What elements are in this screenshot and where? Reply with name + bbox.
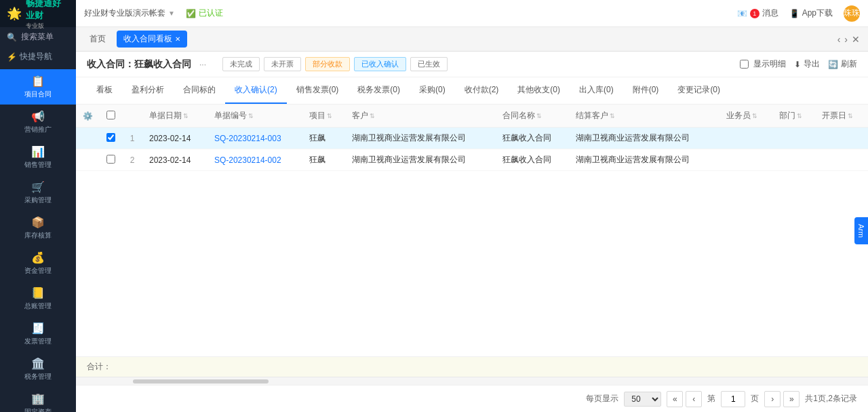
row1-select[interactable]: [106, 133, 115, 142]
th-doc-date2-label: 开票日: [822, 110, 846, 121]
row1-doc-no[interactable]: SQ-20230214-003: [208, 128, 302, 149]
th-doc-no[interactable]: 单据编号 ⇅: [208, 105, 302, 128]
row1-doc-date2: [815, 128, 868, 149]
sub-tab-outbound[interactable]: 出入库(0): [570, 77, 623, 104]
tab-close-icon[interactable]: ✕: [175, 35, 180, 43]
show-detail-checkbox[interactable]: [740, 60, 749, 69]
th-customer[interactable]: 客户 ⇅: [345, 105, 496, 128]
row2-select[interactable]: [106, 155, 115, 164]
download-icon: 📱: [789, 9, 800, 18]
table-row[interactable]: 2 2023-02-14 SQ-20230214-002 狂飙 湖南卫视商业运营…: [76, 149, 868, 171]
gear-icon[interactable]: ⚙️: [83, 111, 93, 121]
status-partial[interactable]: 部分收款: [305, 57, 350, 71]
sort-docdate2-icon: ⇅: [848, 113, 853, 119]
right-panel-btn[interactable]: Arm: [854, 217, 868, 244]
sub-tab-tax-invoice[interactable]: 税务发票(0): [348, 77, 410, 104]
sub-tab-other[interactable]: 其他收支(0): [508, 77, 570, 104]
th-date[interactable]: 单据日期 ⇅: [142, 105, 208, 128]
tab-home[interactable]: 首页: [84, 31, 111, 48]
sub-tab-sales-invoice[interactable]: 销售发票(0): [287, 77, 349, 104]
finance-icon: 💰: [31, 251, 45, 264]
app-download-btn[interactable]: 📱 App下载: [789, 7, 833, 19]
sidebar-quick-nav[interactable]: ⚡ 快捷导航: [0, 47, 76, 67]
th-checkbox: [100, 105, 122, 128]
tab-contract-label: 收入合同看板: [123, 33, 172, 45]
th-contract-name[interactable]: 合同名称 ⇅: [496, 105, 569, 128]
tab-close-all-btn[interactable]: ✕: [852, 34, 860, 45]
sidebar-item-label-fixed: 固定资产: [24, 407, 52, 412]
next-page-btn[interactable]: ›: [764, 391, 781, 407]
row1-doc-no-link[interactable]: SQ-20230214-003: [214, 134, 281, 143]
row2-contract-name: 狂飙收入合同: [496, 149, 569, 171]
sidebar-item-sales[interactable]: 📊 销售管理: [0, 140, 76, 175]
user-avatar[interactable]: 珠珠: [844, 5, 860, 22]
contract-header: 收入合同：狂飙收入合同 ··· 未完成 未开票 部分收款 已收入确认 已生效 显…: [76, 52, 868, 77]
per-page-select[interactable]: 50 10 20 100: [624, 392, 661, 407]
sub-tab-confirm[interactable]: 收入确认(2): [225, 77, 287, 104]
sidebar-item-invoice[interactable]: 🧾 发票管理: [0, 316, 76, 352]
th-salesman[interactable]: 业务员 ⇅: [719, 105, 772, 128]
quick-nav-icon: ⚡: [7, 52, 17, 62]
show-detail-action[interactable]: 显示明细: [740, 58, 786, 70]
sub-tab-board[interactable]: 看板: [87, 77, 122, 104]
prev-page-btn[interactable]: ‹: [686, 391, 702, 407]
tab-home-label: 首页: [90, 34, 106, 43]
refresh-label: 刷新: [841, 58, 857, 70]
status-effective[interactable]: 已生效: [410, 57, 448, 71]
sidebar-item-general[interactable]: 📒 总账管理: [0, 281, 76, 316]
sidebar-search[interactable]: 🔍 搜索菜单: [0, 27, 76, 47]
th-department[interactable]: 部门 ⇅: [772, 105, 816, 128]
sub-tab-change-log[interactable]: 变更记录(0): [668, 77, 730, 104]
row2-doc-no-link[interactable]: SQ-20230214-002: [214, 155, 281, 165]
th-doc-date2[interactable]: 开票日 ⇅: [815, 105, 868, 128]
status-incomplete[interactable]: 未完成: [222, 57, 260, 71]
export-action[interactable]: ⬇ 导出: [794, 58, 820, 70]
status-confirmed[interactable]: 已收入确认: [354, 57, 406, 71]
tab-prev-btn[interactable]: ‹: [837, 34, 841, 45]
status-tags: 未完成 未开票 部分收款 已收入确认 已生效: [222, 57, 448, 71]
sort-project-icon: ⇅: [327, 113, 332, 119]
topbar: 好业财专业版演示帐套 ▼ ✅ 已认证 📧 1 消息 📱 App下载 珠珠: [76, 0, 868, 27]
sidebar-item-purchase[interactable]: 🛒 采购管理: [0, 175, 76, 210]
th-settle-customer-label: 结算客户: [576, 110, 608, 121]
sidebar-item-fixed[interactable]: 🏢 固定资产: [0, 387, 76, 412]
last-page-btn[interactable]: »: [783, 391, 800, 407]
row1-settle-customer: 湖南卫视商业运营发展有限公司: [569, 128, 719, 149]
sidebar-item-project[interactable]: 📋 项目合同: [0, 69, 76, 105]
sub-tab-standard[interactable]: 合同标的: [174, 77, 225, 104]
sidebar-item-inventory[interactable]: 📦 库存核算: [0, 210, 76, 246]
th-project[interactable]: 项目 ⇅: [302, 105, 346, 128]
row1-checkbox[interactable]: [100, 128, 122, 149]
row2-date: 2023-02-14: [142, 149, 208, 171]
tab-contract[interactable]: 收入合同看板 ✕: [117, 31, 187, 48]
th-settle-customer[interactable]: 结算客户 ⇅: [569, 105, 719, 128]
sort-docno-icon: ⇅: [248, 113, 254, 119]
first-page-btn[interactable]: «: [667, 391, 683, 407]
row2-checkbox[interactable]: [100, 149, 122, 171]
table-row[interactable]: 1 2023-02-14 SQ-20230214-003 狂飙 湖南卫视商业运营…: [76, 128, 868, 149]
prev-page-icon: ‹: [692, 394, 695, 404]
status-uninvoiced[interactable]: 未开票: [264, 57, 301, 71]
sidebar-item-finance[interactable]: 💰 资金管理: [0, 246, 76, 281]
horizontal-scrollbar[interactable]: [76, 377, 868, 385]
message-btn[interactable]: 📧 1 消息: [737, 7, 778, 19]
select-all-checkbox[interactable]: [106, 111, 115, 119]
sort-salesman-icon: ⇅: [752, 113, 757, 119]
sales-icon: 📊: [31, 145, 45, 158]
sub-tab-profit[interactable]: 盈利分析: [122, 77, 174, 104]
sub-tab-attachment[interactable]: 附件(0): [623, 77, 669, 104]
refresh-action[interactable]: 🔄 刷新: [828, 58, 857, 70]
more-btn[interactable]: ···: [199, 60, 206, 69]
row1-customer: 湖南卫视商业运营发展有限公司: [345, 128, 496, 149]
sub-tab-payment[interactable]: 收付款(2): [455, 77, 509, 104]
row2-doc-no[interactable]: SQ-20230214-002: [208, 149, 302, 171]
sidebar-item-marketing[interactable]: 📢 营销推广: [0, 105, 76, 140]
company-selector[interactable]: 好业财专业版演示帐套 ▼: [84, 7, 175, 19]
sub-tab-purchase[interactable]: 采购(0): [410, 77, 455, 104]
sidebar-item-label-general: 总账管理: [24, 301, 52, 311]
page-input[interactable]: [721, 391, 745, 407]
tab-next-btn[interactable]: ›: [844, 34, 848, 45]
scrollbar-thumb[interactable]: [133, 379, 269, 383]
th-gear: ⚙️: [76, 105, 100, 128]
sidebar-item-tax[interactable]: 🏛️ 税务管理: [0, 352, 76, 387]
